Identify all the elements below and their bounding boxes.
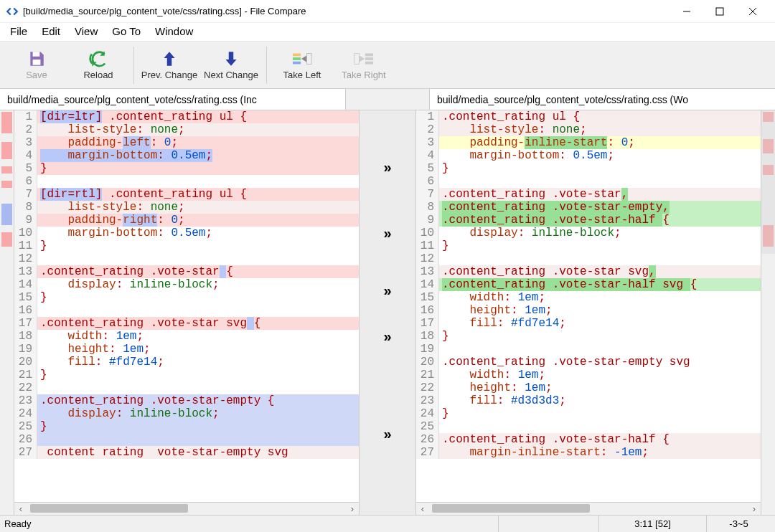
code-line[interactable]: 21 width: 1em;	[416, 369, 761, 381]
code-line[interactable]: 6	[416, 175, 761, 188]
code-line[interactable]: 12	[14, 252, 359, 265]
code-line[interactable]: 5}	[416, 162, 761, 175]
left-file-path[interactable]: build/media_source/plg_content_vote/css/…	[0, 89, 346, 110]
scroll-thumb[interactable]	[30, 504, 188, 513]
right-horizontal-scrollbar[interactable]: ‹ ›	[416, 502, 761, 515]
scroll-right-icon[interactable]: ›	[748, 503, 761, 515]
code-line[interactable]: 16	[14, 304, 359, 317]
code-line[interactable]: 26	[14, 433, 359, 446]
overview-marker[interactable]	[761, 110, 775, 254]
code-line[interactable]: 19 height: 1em;	[14, 343, 359, 356]
line-number: 11	[14, 239, 37, 252]
code-line[interactable]: 24}	[416, 407, 761, 420]
merge-right-button[interactable]: »	[383, 426, 391, 442]
status-bar: Ready 3:11 [52] -3~5	[0, 515, 775, 532]
code-line[interactable]: 18}	[416, 330, 761, 343]
line-text: .content_rating ul {	[439, 110, 761, 123]
line-number: 4	[416, 149, 439, 162]
overview-marker[interactable]	[1, 112, 12, 133]
code-line[interactable]: 7.content_rating .vote-star,	[416, 188, 761, 201]
overview-marker[interactable]	[1, 181, 12, 188]
code-line[interactable]: 14.content_rating .vote-star-half svg {	[416, 278, 761, 291]
code-line[interactable]: 20.content_rating .vote-star-empty svg	[416, 356, 761, 369]
line-number: 7	[14, 188, 37, 201]
code-line[interactable]: 25}	[14, 420, 359, 433]
right-code-view[interactable]: 1.content_rating ul {2 list-style: none;…	[416, 110, 761, 502]
scroll-right-icon[interactable]: ›	[346, 503, 359, 515]
menu-edit[interactable]: Edit	[34, 24, 67, 40]
code-line[interactable]: 9.content_rating .vote-star-half {	[416, 214, 761, 227]
code-line[interactable]: 16 height: 1em;	[416, 304, 761, 317]
code-line[interactable]: 10 margin-bottom: 0.5em;	[14, 227, 359, 239]
menu-file[interactable]: File	[3, 24, 34, 40]
scroll-thumb[interactable]	[432, 504, 590, 513]
takeleft-button[interactable]: Take Left	[271, 44, 333, 86]
code-line[interactable]: 21}	[14, 369, 359, 381]
minimize-button[interactable]	[670, 1, 703, 22]
code-line[interactable]: 25	[416, 420, 761, 433]
code-line[interactable]: 6	[14, 175, 359, 188]
right-file-path[interactable]: build/media_source/plg_content_vote/css/…	[430, 89, 775, 110]
code-line[interactable]: 13.content_rating .vote-star svg,	[416, 265, 761, 278]
code-line[interactable]: 23.content_rating .vote-star-empty {	[14, 394, 359, 407]
code-line[interactable]: 3 padding-inline-start: 0;	[416, 136, 761, 149]
code-line[interactable]: 15 width: 1em;	[416, 291, 761, 304]
code-line[interactable]: 9 padding-right: 0;	[14, 214, 359, 227]
scroll-left-icon[interactable]: ‹	[416, 503, 429, 515]
code-line[interactable]: 8.content_rating .vote-star-empty,	[416, 201, 761, 214]
code-line[interactable]: 20 fill: #fd7e14;	[14, 356, 359, 369]
overview-marker[interactable]	[1, 142, 12, 159]
code-line[interactable]: 17.content_rating .vote-star svg {	[14, 317, 359, 330]
code-line[interactable]: 11}	[14, 239, 359, 252]
code-line[interactable]: 26.content_rating .vote-star-half {	[416, 433, 761, 446]
menu-window[interactable]: Window	[148, 24, 200, 40]
code-line[interactable]: 10 display: inline-block;	[416, 227, 761, 239]
overview-marker[interactable]	[1, 232, 12, 247]
code-line[interactable]: 2 list-style: none;	[416, 123, 761, 136]
left-horizontal-scrollbar[interactable]: ‹ ›	[14, 502, 359, 515]
close-button[interactable]	[736, 1, 769, 22]
code-line[interactable]: 19	[416, 343, 761, 356]
overview-marker[interactable]	[1, 166, 12, 174]
reload-button[interactable]: Reload	[67, 44, 129, 86]
left-overview-ruler[interactable]	[0, 110, 14, 515]
line-number: 17	[416, 317, 439, 330]
code-line[interactable]: 27 content rating vote-star-empty svg	[14, 446, 359, 459]
merge-right-button[interactable]: »	[383, 282, 391, 299]
menu-go-to[interactable]: Go To	[105, 24, 148, 40]
maximize-button[interactable]	[703, 1, 736, 22]
merge-right-button[interactable]: »	[383, 159, 391, 176]
code-line[interactable]: 3 padding-left: 0;	[14, 136, 359, 149]
next-button[interactable]: Next Change	[200, 44, 262, 86]
code-line[interactable]: 14 display: inline-block;	[14, 278, 359, 291]
code-line[interactable]: 7[dir=rtl] .content_rating ul {	[14, 188, 359, 201]
code-line[interactable]: 18 width: 1em;	[14, 330, 359, 343]
code-line[interactable]: 11}	[416, 239, 761, 252]
code-line[interactable]: 15}	[14, 291, 359, 304]
prev-button[interactable]: Prev. Change	[138, 44, 200, 86]
code-line[interactable]: 24 display: inline-block;	[14, 407, 359, 420]
right-overview-ruler[interactable]	[761, 110, 775, 515]
menu-view[interactable]: View	[67, 24, 105, 40]
line-number: 10	[14, 227, 37, 239]
code-line[interactable]: 8 list-style: none;	[14, 201, 359, 214]
code-line[interactable]: 23 fill: #d3d3d3;	[416, 394, 761, 407]
merge-right-button[interactable]: »	[383, 328, 391, 345]
code-line[interactable]: 1.content_rating ul {	[416, 110, 761, 123]
overview-marker[interactable]	[1, 204, 12, 225]
code-line[interactable]: 1[dir=ltr] .content_rating ul {	[14, 110, 359, 123]
code-line[interactable]: 4 margin-bottom: 0.5em;	[416, 149, 761, 162]
code-line[interactable]: 22 height: 1em;	[416, 381, 761, 394]
code-line[interactable]: 22	[14, 381, 359, 394]
scroll-left-icon[interactable]: ‹	[14, 503, 27, 515]
merge-right-button[interactable]: »	[383, 225, 391, 242]
code-line[interactable]: 5}	[14, 162, 359, 175]
code-line[interactable]: 27 margin-inline-start: -1em;	[416, 446, 761, 459]
line-number: 24	[416, 407, 439, 420]
code-line[interactable]: 12	[416, 252, 761, 265]
code-line[interactable]: 4 margin-bottom: 0.5em;	[14, 149, 359, 162]
code-line[interactable]: 2 list-style: none;	[14, 123, 359, 136]
code-line[interactable]: 17 fill: #fd7e14;	[416, 317, 761, 330]
code-line[interactable]: 13.content_rating .vote-star {	[14, 265, 359, 278]
left-code-view[interactable]: 1[dir=ltr] .content_rating ul {2 list-st…	[14, 110, 359, 502]
